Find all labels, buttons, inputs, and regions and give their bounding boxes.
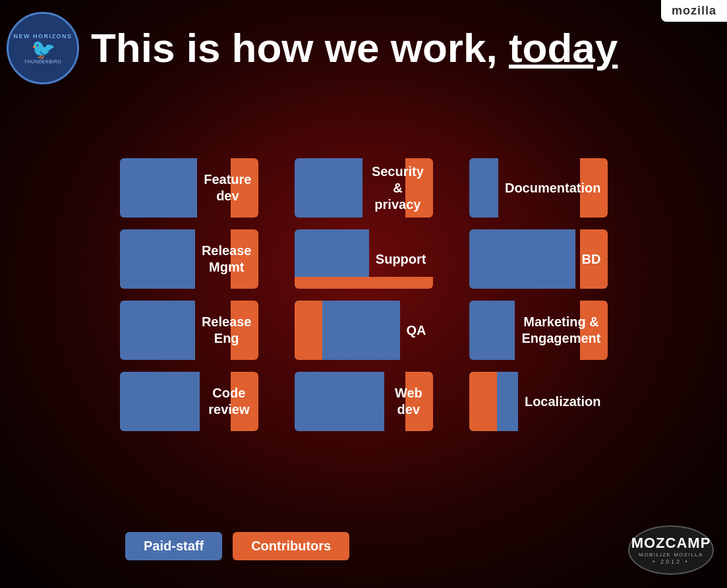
cell-web-dev-label: Web dev — [384, 382, 432, 421]
content-grid: Feature dev Security & privacy Documenta… — [120, 158, 608, 431]
legend-contributors: Contributors — [233, 532, 349, 560]
mozilla-badge: mozilla — [661, 0, 727, 22]
cell-web-dev[interactable]: Web dev — [295, 372, 433, 431]
mozilla-text: mozilla — [672, 4, 716, 17]
cell-security-privacy-label: Security & privacy — [363, 161, 432, 216]
thunderbird-logo: NEW HORIZONS 🐦 THUNDERBIRD — [7, 12, 79, 84]
cell-release-mgmt-label: Release Mgmt — [195, 240, 258, 278]
logo-bottom-text: THUNDERBIRD — [24, 59, 61, 64]
cell-marketing-engagement-label: Marketing & Engagement — [515, 311, 607, 349]
cell-qa-label: QA — [400, 320, 433, 341]
cell-feature-dev-label: Feature dev — [197, 169, 258, 207]
cell-bd[interactable]: BD — [469, 229, 608, 289]
cell-code-review-label: Code review — [200, 382, 258, 421]
cell-documentation[interactable]: Documentation — [469, 158, 608, 218]
header: NEW HORIZONS 🐦 THUNDERBIRD This is how w… — [7, 12, 618, 84]
cell-localization[interactable]: Localization — [469, 372, 608, 431]
mozcamp-tagline: MOBILIZE MOZILLA — [639, 552, 703, 558]
mozcamp-badge: MOZCAMP MOBILIZE MOZILLA • 2012 • — [628, 525, 714, 575]
cell-bd-label: BD — [575, 249, 608, 270]
cell-marketing-engagement[interactable]: Marketing & Engagement — [469, 301, 608, 360]
bird-icon: 🐦 — [31, 40, 55, 59]
cell-qa[interactable]: QA — [295, 301, 433, 360]
mozcamp-name: MOZCAMP — [631, 536, 711, 550]
cell-documentation-label: Documentation — [498, 177, 608, 199]
cell-support-label: Support — [369, 249, 433, 270]
cell-release-eng[interactable]: Release Eng — [120, 301, 258, 360]
mozcamp-year: • 2012 • — [653, 558, 689, 565]
cell-security-privacy[interactable]: Security & privacy — [295, 158, 433, 218]
cell-release-eng-label: Release Eng — [195, 311, 258, 349]
cell-code-review[interactable]: Code review — [120, 372, 258, 431]
cell-localization-label: Localization — [518, 391, 608, 413]
title-prefix: This is how we work, — [91, 25, 509, 71]
legend-paid-staff: Paid-staff — [125, 532, 222, 560]
title-emphasis: today — [509, 25, 618, 71]
page-title: This is how we work, today — [91, 26, 618, 71]
cell-release-mgmt[interactable]: Release Mgmt — [120, 229, 258, 289]
cell-feature-dev[interactable]: Feature dev — [120, 158, 258, 218]
legend: Paid-staff Contributors — [125, 532, 349, 560]
cell-support[interactable]: Support — [295, 229, 433, 289]
